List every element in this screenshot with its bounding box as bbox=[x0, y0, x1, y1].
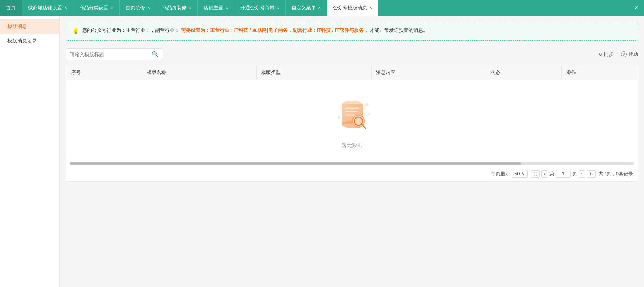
page-nav: ⟨⟨ ‹ 第 页 › ⟩⟩ bbox=[531, 170, 596, 178]
empty-text: 暂无数据 bbox=[342, 142, 363, 149]
nav-tab-close[interactable]: × bbox=[225, 5, 228, 10]
last-page-button[interactable]: ⟩⟩ bbox=[587, 170, 596, 178]
col-header-content: 消息内容 bbox=[371, 65, 486, 80]
nav-tab-close[interactable]: × bbox=[64, 5, 67, 10]
content-area: 💡 您的公众号行业为：主营行业：，副营行业： 需要设置为：主营行业：IT科技 /… bbox=[60, 16, 644, 287]
first-page-button[interactable]: ⟨⟨ bbox=[531, 170, 540, 178]
sync-label: 同步 bbox=[604, 51, 614, 58]
per-page-dropdown[interactable]: 50 ∨ bbox=[512, 170, 527, 178]
nav-tab-shop-settings[interactable]: 微商城店铺设置× bbox=[22, 0, 73, 16]
per-page-label: 每页显示 bbox=[491, 171, 510, 177]
help-icon: ? bbox=[621, 51, 627, 57]
nav-tab-category-settings[interactable]: 商品分类设置× bbox=[73, 0, 120, 16]
col-header-status: 状态 bbox=[486, 65, 562, 80]
col-header-type: 模版类型 bbox=[257, 65, 371, 80]
prev-page-button[interactable]: ‹ bbox=[541, 170, 548, 178]
sidebar-item-template-msg[interactable]: 模版消息 bbox=[0, 19, 59, 34]
nav-tab-close[interactable]: × bbox=[189, 5, 191, 10]
svg-point-9 bbox=[366, 103, 369, 106]
nav-tab-label: 公众号模版消息 bbox=[333, 4, 367, 11]
col-header-name: 模版名称 bbox=[142, 65, 256, 80]
svg-line-8 bbox=[362, 125, 366, 128]
table-header-row: 序号模版名称模版类型消息内容状态操作 bbox=[67, 65, 638, 80]
svg-point-11 bbox=[368, 113, 370, 115]
nav-tab-label: 店铺主题 bbox=[204, 4, 223, 11]
scroll-bar-thumb bbox=[70, 162, 521, 165]
total-text: 共0页，0条记录 bbox=[599, 171, 633, 177]
help-button[interactable]: ? 帮助 bbox=[621, 51, 638, 58]
nav-tab-home[interactable]: 首页 bbox=[0, 0, 22, 16]
nav-tab-close[interactable]: × bbox=[277, 5, 279, 10]
main-layout: 模版消息模版消息记录 💡 您的公众号行业为：主营行业：，副营行业： 需要设置为：… bbox=[0, 16, 644, 287]
nav-tab-home-decor[interactable]: 首页装修× bbox=[120, 0, 156, 16]
nav-tab-label: 自定义菜单 bbox=[292, 4, 316, 11]
scroll-bar-area[interactable] bbox=[66, 161, 638, 166]
nav-tab-label: 首页装修 bbox=[126, 4, 145, 11]
empty-state: 暂无数据 bbox=[67, 80, 637, 160]
alert-icon: 💡 bbox=[72, 27, 79, 36]
per-page-value: 50 bbox=[514, 171, 520, 177]
nav-tab-close[interactable]: × bbox=[147, 5, 150, 10]
scroll-bar-track[interactable] bbox=[70, 162, 634, 165]
svg-point-10 bbox=[338, 116, 340, 119]
table-head: 序号模版名称模版类型消息内容状态操作 bbox=[67, 65, 638, 80]
alert-box: 💡 您的公众号行业为：主营行业：，副营行业： 需要设置为：主营行业：IT科技 /… bbox=[66, 22, 638, 41]
alert-suffix: 才能正常发送预置的消息。 bbox=[370, 27, 428, 33]
toolbar-right: ↻ 同步 | ? 帮助 bbox=[598, 51, 638, 58]
search-bar: 🔍 ↻ 同步 | ? 帮助 bbox=[66, 48, 638, 60]
data-table: 序号模版名称模版类型消息内容状态操作 bbox=[66, 65, 638, 161]
toolbar-divider: | bbox=[617, 52, 618, 57]
nav-tab-label: 开通公众号商城 bbox=[240, 4, 274, 11]
nav-tab-product-decor[interactable]: 商品页装修× bbox=[156, 0, 198, 16]
empty-icon bbox=[332, 95, 373, 136]
empty-row: 暂无数据 bbox=[67, 80, 638, 161]
nav-tab-open-mall[interactable]: 开通公众号商城× bbox=[234, 0, 286, 16]
dropdown-arrow-icon: ∨ bbox=[521, 171, 525, 177]
nav-tab-close[interactable]: × bbox=[111, 5, 113, 10]
alert-highlight: 需要设置为：主营行业：IT科技 / 互联网|电子商务，副营行业：IT科技 / I… bbox=[181, 27, 369, 33]
nav-tab-label: 商品页装修 bbox=[162, 4, 187, 11]
sidebar: 模版消息模版消息记录 bbox=[0, 16, 60, 287]
global-close-button[interactable]: × bbox=[629, 0, 644, 16]
search-button[interactable]: 🔍 bbox=[148, 49, 163, 60]
sync-icon: ↻ bbox=[598, 52, 603, 57]
per-page-select: 每页显示 50 ∨ bbox=[491, 170, 527, 178]
nav-tab-custom-menu[interactable]: 自定义菜单× bbox=[286, 0, 327, 16]
pagination-bar: 每页显示 50 ∨ ⟨⟨ ‹ 第 页 › ⟩⟩ 共0页，0条记录 bbox=[66, 166, 638, 181]
table-wrapper: 序号模版名称模版类型消息内容状态操作 bbox=[66, 65, 638, 182]
search-input[interactable] bbox=[66, 49, 148, 59]
alert-prefix: 您的公众号行业为：主营行业：，副营行业： bbox=[82, 27, 179, 33]
page-input[interactable] bbox=[556, 170, 571, 178]
nav-tab-label: 商品分类设置 bbox=[79, 4, 108, 11]
sidebar-item-template-msg-record[interactable]: 模版消息记录 bbox=[0, 34, 59, 48]
col-header-index: 序号 bbox=[67, 65, 142, 80]
col-header-action: 操作 bbox=[562, 65, 638, 80]
nav-tab-shop-theme[interactable]: 店铺主题× bbox=[198, 0, 234, 16]
sync-button[interactable]: ↻ 同步 bbox=[598, 51, 614, 58]
top-nav: 首页微商城店铺设置×商品分类设置×首页装修×商品页装修×店铺主题×开通公众号商城… bbox=[0, 0, 644, 16]
alert-text: 您的公众号行业为：主营行业：，副营行业： 需要设置为：主营行业：IT科技 / 互… bbox=[82, 27, 428, 34]
nav-tab-close[interactable]: × bbox=[369, 5, 372, 10]
nav-tab-label: 微商城店铺设置 bbox=[28, 4, 62, 11]
search-input-wrap: 🔍 bbox=[66, 48, 163, 60]
nav-tab-label: 首页 bbox=[6, 4, 16, 11]
nav-tab-close[interactable]: × bbox=[318, 5, 321, 10]
nav-tab-template-msg[interactable]: 公众号模版消息× bbox=[327, 0, 378, 16]
page-unit: 页 bbox=[572, 171, 577, 177]
table-body: 暂无数据 bbox=[67, 80, 638, 161]
page-label: 第 bbox=[549, 171, 554, 177]
next-page-button[interactable]: › bbox=[579, 170, 585, 178]
help-label: 帮助 bbox=[628, 51, 638, 58]
